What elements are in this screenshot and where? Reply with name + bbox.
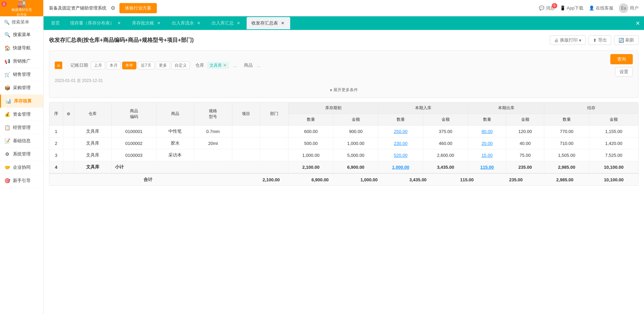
sidebar-item-label: 新手引导	[13, 178, 31, 184]
app-download-label: App下载	[567, 5, 583, 11]
sidebar-logo: 6 🏭 畅捷通好生意 标准版	[0, 0, 43, 16]
cell-out-qty[interactable]: 20.00	[468, 137, 506, 149]
tab-label: 出入库流水	[172, 20, 194, 26]
export-button[interactable]: ⬆ 导出	[589, 35, 611, 45]
tab-label: 首页	[51, 20, 60, 26]
date-btn-this-month[interactable]: 本月	[106, 62, 121, 69]
logo-icon: 🏭	[17, 0, 26, 7]
subtotal-out-qty[interactable]: 115.00	[468, 161, 506, 173]
sidebar-item-sales[interactable]: 🛒 销售管理	[0, 68, 43, 81]
sidebar-item-marketing[interactable]: 📢 营销推广	[0, 55, 43, 68]
date-filter: 记账日期 上月 本月 本年 近7天 更多 自定义	[70, 62, 190, 69]
date-btn-more[interactable]: 更多	[156, 62, 170, 69]
tab-close-icon[interactable]: ✕	[116, 20, 122, 26]
total-in-qty: 1,000.00	[345, 177, 394, 182]
cell-dept	[260, 137, 288, 149]
tab-首页[interactable]: 首页	[46, 17, 65, 29]
expand-filter-btn[interactable]: »	[55, 62, 62, 69]
sidebar-item-purchase[interactable]: 📦 采购管理	[0, 81, 43, 95]
refresh-label: 刷新	[625, 37, 634, 43]
sidebar-item-label: 系统管理	[13, 151, 31, 157]
cell-balance-qty: 1,505.00	[544, 149, 589, 161]
cell-balance-amt: 7,525.00	[589, 149, 638, 161]
sidebar-item-quick-nav[interactable]: 🏠 快捷导航	[0, 42, 43, 55]
expand-conditions[interactable]: ▾ 展开更多条件	[55, 86, 633, 94]
sidebar-item-enterprise[interactable]: 🤝 企业协同	[0, 161, 43, 174]
tab-label: 库存批次账	[132, 20, 154, 26]
tab-现存量（库存分布表）[interactable]: 现存量（库存分布表）✕	[65, 17, 127, 29]
filter-settings-button[interactable]: 设置	[615, 67, 633, 77]
sidebar-item-guide[interactable]: 🎯 新手引导	[0, 174, 43, 187]
tab-出入库流水[interactable]: 出入库流水✕	[167, 17, 206, 29]
tab-收发存汇总表[interactable]: 收发存汇总表✕	[247, 17, 290, 29]
sidebar-search[interactable]: 🔍 搜索菜单	[0, 16, 43, 28]
cell-in-qty[interactable]: 230.00	[378, 137, 423, 149]
cell-in-amt: 460.00	[423, 137, 468, 149]
cell-spec: 20ml	[194, 137, 232, 149]
tab-close-icon[interactable]: ✕	[196, 20, 201, 26]
date-btn-custom[interactable]: 自定义	[171, 62, 190, 69]
online-service-item[interactable]: 👤 在线客服	[589, 5, 613, 11]
cell-goods: 采访本	[156, 149, 194, 161]
goods-dots[interactable]: ...	[255, 63, 262, 68]
cell-project	[232, 149, 260, 161]
total-balance-qty: 2,985.00	[540, 177, 589, 182]
message-icon: 💬	[539, 5, 544, 11]
query-button[interactable]: 查询	[610, 54, 633, 64]
trial-button[interactable]: 体验行业方案	[119, 3, 157, 13]
subtotal-in-qty[interactable]: 1,000.00	[378, 161, 423, 173]
warehouse-dots[interactable]: ...	[232, 63, 238, 68]
th-out-amt: 金额	[506, 114, 544, 126]
chevron-down-icon: ▾	[330, 88, 332, 93]
subtotal-balance-qty: 2,985.00	[544, 161, 589, 173]
tabbar-close-btn[interactable]: ✕	[634, 19, 641, 28]
sidebar-item-finance[interactable]: 💰 资金管理	[0, 108, 43, 121]
search-icon: 🔍	[4, 20, 10, 25]
total-out-amt: 235.00	[491, 177, 540, 182]
refresh-button[interactable]: 🔄 刷新	[614, 35, 639, 45]
avatar: Ea	[619, 3, 628, 13]
th-settings[interactable]: ⚙	[63, 102, 74, 126]
sidebar-item-operation[interactable]: 📋 经营管理	[0, 121, 43, 134]
message-badge: 6	[552, 3, 557, 9]
date-btn-last-month[interactable]: 上月	[91, 62, 105, 69]
cell-opening-amt: 5,000.00	[333, 149, 378, 161]
tab-库存批次账[interactable]: 库存批次账✕	[127, 17, 166, 29]
print-button[interactable]: 🖨 换版打印 ▾	[550, 35, 586, 45]
cell-in-amt: 2,600.00	[423, 149, 468, 161]
cell-opening-qty: 500.00	[288, 137, 333, 149]
filter-bar: » 记账日期 上月 本月 本年 近7天 更多 自定义 仓库	[49, 50, 639, 98]
cell-out-qty[interactable]: 80.00	[468, 126, 506, 137]
subtotal-row: 4 文具库 小计 2,100.00 6,900.00 1,000.00 3,43…	[49, 161, 638, 173]
sidebar-item-base[interactable]: 📝 基础信息	[0, 134, 43, 148]
chevron-down-icon: ▾	[579, 38, 581, 43]
warehouse-tag-close[interactable]: ✕	[223, 63, 227, 68]
tab-close-icon[interactable]: ✕	[280, 20, 285, 26]
warehouse-tag: 文具库 ✕	[207, 62, 229, 69]
subtotal-warehouse: 文具库	[74, 161, 112, 173]
subtotal-label: 小计	[112, 161, 288, 173]
cell-project	[232, 137, 260, 149]
tab-出入库汇总[interactable]: 出入库汇总✕	[207, 17, 246, 29]
settings-icon[interactable]: ⚙	[111, 5, 115, 11]
cell-out-amt: 75.00	[506, 149, 544, 161]
date-btn-7days[interactable]: 近7天	[138, 62, 154, 69]
filter-row: » 记账日期 上月 本月 本年 近7天 更多 自定义 仓库	[55, 54, 633, 77]
cell-in-qty[interactable]: 250.00	[378, 126, 423, 137]
tab-close-icon[interactable]: ✕	[236, 20, 241, 26]
cell-in-qty[interactable]: 520.00	[378, 149, 423, 161]
topbar-left: 装备及固定资产辅助管理系统 ⚙ 体验行业方案	[49, 3, 157, 13]
message-item[interactable]: 💬 消息 6	[539, 5, 555, 11]
total-out-qty: 115.00	[443, 177, 492, 182]
cell-out-qty[interactable]: 15.00	[468, 149, 506, 161]
user-item[interactable]: Ea 用户	[619, 3, 639, 13]
date-btn-this-year[interactable]: 本年	[122, 62, 136, 69]
print-icon: 🖨	[554, 38, 559, 43]
app-download-item[interactable]: 📱 App下载	[560, 5, 583, 11]
tab-label: 现存量（库存分布表）	[70, 20, 114, 26]
cell-dept	[260, 149, 288, 161]
tab-close-icon[interactable]: ✕	[156, 20, 162, 26]
sidebar-item-search[interactable]: 🔍 搜索菜单	[0, 28, 43, 42]
sidebar-item-inventory[interactable]: 📊 库存核算	[0, 95, 43, 108]
sidebar-item-system[interactable]: ⚙ 系统管理	[0, 148, 43, 161]
